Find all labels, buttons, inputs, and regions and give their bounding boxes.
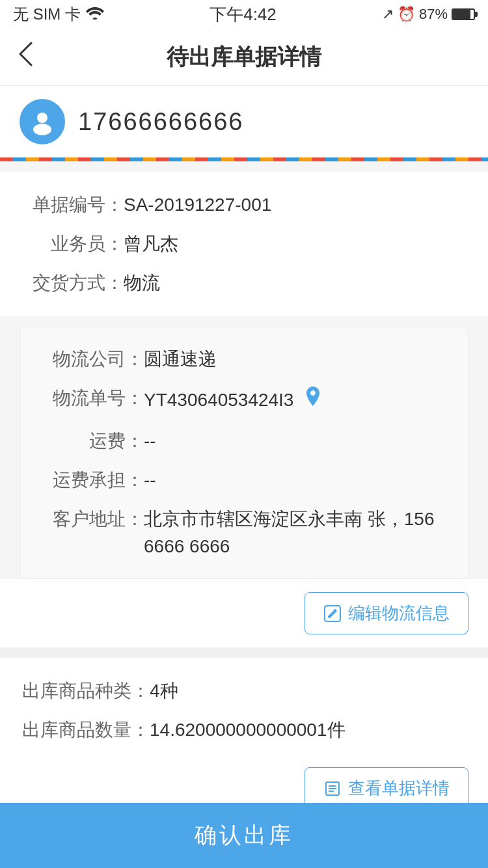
goods-types-label: 出库商品种类： <box>20 677 150 705</box>
goods-quantity-label: 出库商品数量： <box>20 716 150 744</box>
freight-label: 运费： <box>40 427 144 455</box>
freight-value: -- <box>144 427 448 455</box>
tracking-no-value: YT43064053424I3 <box>144 385 448 416</box>
sales-person-row: 业务员： 曾凡杰 <box>20 230 468 258</box>
tracking-no-row: 物流单号： YT43064053424I3 <box>40 385 448 416</box>
dashed-divider <box>0 157 488 161</box>
status-time: 下午4:42 <box>210 3 277 26</box>
goods-quantity-value: 14.620000000000001件 <box>150 716 468 744</box>
sales-person-value: 曾凡杰 <box>124 230 468 258</box>
edit-logistics-label: 编辑物流信息 <box>348 602 450 625</box>
delivery-method-value: 物流 <box>124 269 468 297</box>
confirm-button-label: 确认出库 <box>195 821 293 850</box>
status-bar: 无 SIM 卡 下午4:42 ↗ ⏰ 87% <box>0 0 488 29</box>
logistics-card: 物流公司： 圆通速递 物流单号： YT43064053424I3 运费： -- … <box>20 327 468 579</box>
wifi-icon <box>86 5 104 23</box>
location-status-icon: ↗ <box>382 6 394 23</box>
freight-bearer-value: -- <box>144 467 448 494</box>
nav-bar: 待出库单据详情 <box>0 29 488 86</box>
status-right: ↗ ⏰ 87% <box>382 6 475 23</box>
goods-types-row: 出库商品种类： 4种 <box>20 677 468 705</box>
section-divider <box>0 647 488 658</box>
status-left: 无 SIM 卡 <box>13 4 104 25</box>
avatar <box>20 99 65 144</box>
customer-section: 17666666666 <box>0 86 488 157</box>
confirm-button-bar[interactable]: 确认出库 <box>0 803 488 868</box>
address-value: 北京市市辖区海淀区永丰南 张，156 6666 6666 <box>144 506 448 560</box>
logistics-company-label: 物流公司： <box>40 346 144 373</box>
freight-bearer-label: 运费承担： <box>40 467 144 494</box>
goods-types-value: 4种 <box>150 677 468 705</box>
delivery-method-row: 交货方式： 物流 <box>20 269 468 297</box>
battery-label: 87% <box>419 6 448 23</box>
order-no-row: 单据编号： SA-20191227-001 <box>20 191 468 219</box>
order-no-value: SA-20191227-001 <box>124 191 468 219</box>
tracking-no-label: 物流单号： <box>40 385 144 412</box>
carrier-label: 无 SIM 卡 <box>13 4 81 25</box>
edit-button-row: 编辑物流信息 <box>0 579 488 647</box>
logistics-company-value: 圆通速递 <box>144 346 448 373</box>
location-pin-icon[interactable] <box>301 385 325 416</box>
address-label: 客户地址： <box>40 506 144 533</box>
freight-row: 运费： -- <box>40 427 448 455</box>
svg-point-1 <box>33 124 51 135</box>
edit-logistics-button[interactable]: 编辑物流信息 <box>305 592 468 634</box>
svg-point-0 <box>37 113 47 123</box>
goods-section: 出库商品种类： 4种 出库商品数量： 14.620000000000001件 <box>0 658 488 757</box>
customer-phone: 17666666666 <box>78 108 243 136</box>
back-button[interactable] <box>18 42 33 72</box>
order-no-label: 单据编号： <box>20 191 124 219</box>
sales-person-label: 业务员： <box>20 230 124 258</box>
freight-bearer-row: 运费承担： -- <box>40 467 448 494</box>
address-row: 客户地址： 北京市市辖区海淀区永丰南 张，156 6666 6666 <box>40 506 448 560</box>
order-info-section: 单据编号： SA-20191227-001 业务员： 曾凡杰 交货方式： 物流 <box>0 172 488 316</box>
logistics-company-row: 物流公司： 圆通速递 <box>40 346 448 373</box>
view-details-label: 查看单据详情 <box>348 777 450 800</box>
alarm-icon: ⏰ <box>398 6 415 23</box>
goods-quantity-row: 出库商品数量： 14.620000000000001件 <box>20 716 468 744</box>
battery-icon <box>452 8 475 20</box>
delivery-method-label: 交货方式： <box>20 269 124 297</box>
page-title: 待出库单据详情 <box>167 42 321 72</box>
